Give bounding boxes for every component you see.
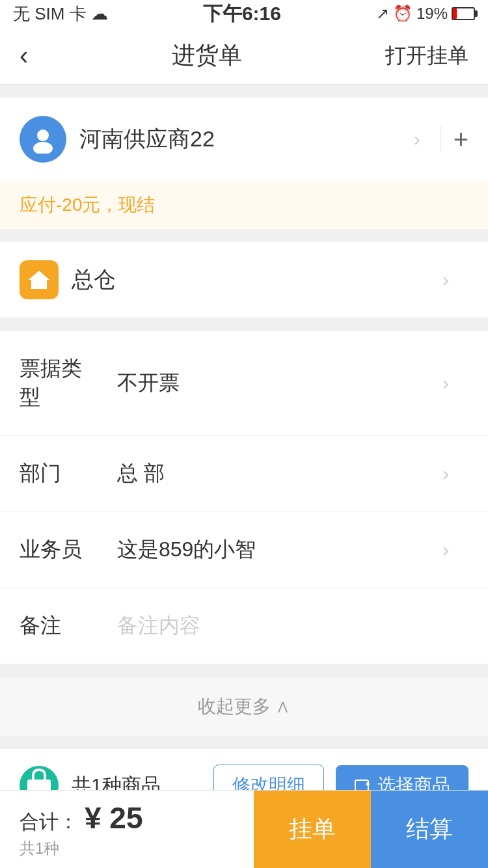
warehouse-icon	[20, 260, 59, 299]
status-bar: 无 SIM 卡 ☁ 下午6:16 ↗ ⏰ 19%	[0, 0, 488, 27]
footer: 合计： ¥ 25 共1种 挂单 结算	[0, 790, 488, 868]
invoice-value: 不开票	[98, 369, 442, 398]
page-title: 进货单	[172, 40, 242, 72]
warehouse-row[interactable]: 总仓 ›	[0, 242, 488, 318]
supplier-avatar	[20, 116, 66, 163]
battery-icon	[452, 7, 475, 20]
supplier-row[interactable]: 河南供应商22 › +	[0, 98, 488, 181]
invoice-label: 票据类型	[20, 355, 98, 412]
staff-value: 这是859的小智	[98, 536, 442, 564]
collapse-bar[interactable]: 收起更多 ∧	[0, 677, 488, 736]
notice-bar: 应付-20元，现结	[0, 181, 488, 229]
total-amount: ¥ 25	[85, 800, 143, 835]
notes-placeholder: 备注内容	[98, 612, 468, 640]
status-right: ↗ ⏰ 19%	[376, 5, 475, 23]
hang-button[interactable]: 挂单	[254, 791, 371, 868]
chevron-right-icon: ›	[442, 463, 449, 485]
notes-label: 备注	[20, 612, 98, 640]
open-pending-button[interactable]: 打开挂单	[385, 42, 468, 70]
department-value: 总 部	[98, 459, 442, 488]
staff-row[interactable]: 业务员 这是859的小智 ›	[0, 511, 488, 588]
chevron-right-icon: ›	[442, 539, 449, 561]
warehouse-name: 总仓	[72, 265, 442, 295]
svg-point-0	[37, 129, 49, 141]
location-icon: ↗	[376, 5, 389, 23]
supplier-name: 河南供应商22	[79, 124, 414, 154]
divider	[440, 126, 441, 152]
nav-bar: ‹ 进货单 打开挂单	[0, 27, 488, 85]
invoice-row[interactable]: 票据类型 不开票 ›	[0, 331, 488, 435]
status-left: 无 SIM 卡 ☁	[13, 3, 108, 25]
svg-rect-4	[355, 780, 368, 791]
notes-row[interactable]: 备注 备注内容	[0, 588, 488, 664]
battery-text: 19%	[416, 5, 448, 23]
form-section: 票据类型 不开票 › 部门 总 部 › 业务员 这是859的小智 › 备注 备注…	[0, 331, 488, 664]
staff-label: 业务员	[20, 536, 98, 564]
home-icon	[27, 268, 51, 292]
sim-status: 无 SIM 卡 ☁	[13, 3, 108, 25]
add-button[interactable]: +	[454, 125, 468, 154]
footer-count: 共1种	[20, 838, 234, 859]
total-label: 合计：	[20, 809, 78, 835]
alarm-icon: ⏰	[393, 5, 413, 23]
department-label: 部门	[20, 459, 98, 488]
back-button[interactable]: ‹	[20, 41, 28, 70]
footer-total: 合计： ¥ 25 共1种	[0, 791, 254, 868]
status-time: 下午6:16	[203, 1, 281, 27]
svg-marker-2	[29, 271, 49, 289]
user-icon	[29, 125, 57, 154]
chevron-right-icon: ›	[442, 372, 449, 394]
supplier-section: 河南供应商22 › + 应付-20元，现结	[0, 98, 488, 229]
checkout-button[interactable]: 结算	[371, 791, 488, 868]
warehouse-section: 总仓 ›	[0, 242, 488, 318]
department-row[interactable]: 部门 总 部 ›	[0, 435, 488, 511]
svg-point-1	[33, 142, 53, 154]
chevron-right-icon: ›	[442, 269, 449, 291]
chevron-right-icon: ›	[414, 128, 420, 150]
